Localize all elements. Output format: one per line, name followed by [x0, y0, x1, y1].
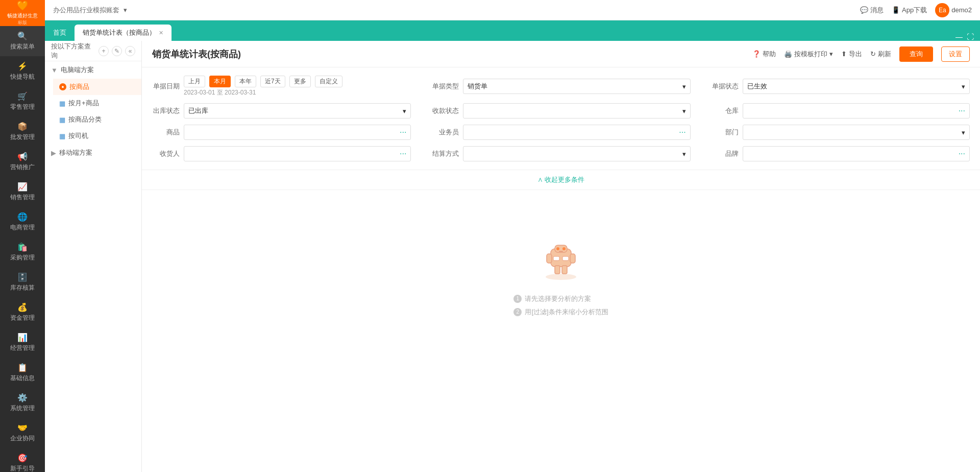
goods-dots[interactable]: ···	[400, 128, 406, 137]
right-panel: 销货单统计表(按商品) ❓ 帮助 🖨️ 按模板打印 ▾ ⬆	[142, 41, 980, 472]
collapse-more-btn[interactable]: ∧ 收起更多条件	[142, 170, 980, 190]
sidebar-item-label: 库存核算	[10, 284, 35, 292]
print-btn[interactable]: 🖨️ 按模板打印 ▾	[784, 50, 833, 59]
tabbar-actions: — ⛶	[955, 33, 980, 41]
sidebar-item-purchase[interactable]: 🛍️ 采购管理	[0, 237, 45, 267]
goods-select[interactable]: ···	[184, 125, 411, 140]
scheme-by-cashier[interactable]: ▦ 按司机	[53, 128, 141, 144]
add-scheme-btn[interactable]: +	[99, 46, 109, 56]
warehouse-status-select[interactable]: 已出库 ▾	[184, 103, 411, 119]
warehouse-select[interactable]: ···	[743, 103, 970, 119]
message-btn[interactable]: 💬 消息	[860, 6, 884, 15]
sidebar-item-newbie[interactable]: 🎯 新手引导	[0, 448, 45, 472]
tip1-num: 1	[513, 295, 522, 303]
department-dropdown-icon: ▾	[962, 129, 965, 136]
date-last7-btn[interactable]: 近7天	[260, 76, 285, 87]
doc-status-value: 已生效	[747, 82, 767, 91]
maximize-icon[interactable]: ⛶	[967, 33, 974, 41]
finance-icon: 💰	[17, 302, 28, 312]
sidebar-item-operation[interactable]: 📊 经营管理	[0, 327, 45, 358]
sidebar-item-enterprise[interactable]: 🤝 企业协同	[0, 418, 45, 448]
minimize-icon[interactable]: —	[955, 33, 963, 41]
query-button[interactable]: 查询	[899, 46, 933, 62]
tab-sales-stat[interactable]: 销货单统计表（按商品） ✕	[75, 25, 172, 41]
brand-select[interactable]: ···	[743, 146, 970, 161]
warehouse-label: 仓库	[711, 106, 739, 115]
export-btn[interactable]: ⬆ 导出	[841, 50, 862, 59]
date-cur-year-btn[interactable]: 本年	[235, 76, 256, 87]
goods-label: 商品	[152, 128, 180, 137]
sidebar-item-search[interactable]: 🔍 搜索菜单	[0, 26, 45, 56]
tree-item-mobile[interactable]: ▶ 移动端方案	[45, 144, 141, 161]
scheme-by-cashier-label: 按司机	[68, 131, 88, 140]
salesperson-dots[interactable]: ···	[679, 128, 685, 137]
tree-item-pc[interactable]: ▼ 电脑端方案	[45, 61, 141, 79]
avatar-initials: Ea	[939, 7, 946, 14]
sidebar-item-label: 基础信息	[10, 374, 35, 383]
sidebar-item-finance[interactable]: 💰 资金管理	[0, 297, 45, 327]
scheme-icon2: ▦	[59, 116, 65, 124]
department-select[interactable]: ▾	[743, 125, 970, 140]
enterprise-icon: 🤝	[17, 423, 28, 433]
empty-state: 1 请先选择要分析的方案 2 用[过滤]条件来缩小分析范围	[142, 190, 980, 360]
recipient-dots[interactable]: ···	[400, 149, 406, 158]
sidebar-item-system[interactable]: ⚙️ 系统管理	[0, 388, 45, 418]
date-custom-btn[interactable]: 自定义	[315, 76, 342, 87]
filter-row-2: 出库状态 已出库 ▾ 收款状态 ▾	[152, 103, 970, 119]
salesperson-select[interactable]: ···	[463, 125, 690, 140]
message-label: 消息	[870, 6, 884, 15]
date-prev-month-btn[interactable]: 上月	[184, 76, 205, 87]
date-cur-month-btn[interactable]: 本月	[209, 76, 231, 87]
scheme-by-month-goods[interactable]: ▦ 按月+商品	[53, 95, 141, 111]
refresh-btn[interactable]: ↻ 刷新	[870, 50, 891, 59]
sidebar-item-retail[interactable]: 🛒 零售管理	[0, 86, 45, 116]
scheme-by-goods[interactable]: ● 按商品	[53, 79, 141, 95]
user-profile-btn[interactable]: Ea demo2	[935, 3, 972, 17]
doc-type-select[interactable]: 销货单 ▾	[463, 79, 690, 94]
doc-type-dropdown-icon: ▾	[682, 83, 686, 90]
doc-status-select[interactable]: 已生效 ▾	[743, 79, 970, 94]
sidebar-item-inventory[interactable]: 🗄️ 库存核算	[0, 267, 45, 297]
date-more-btn[interactable]: 更多	[289, 76, 311, 87]
sidebar-item-marketing[interactable]: 📢 营销推广	[0, 147, 45, 177]
scheme-by-goods-label: 按商品	[69, 82, 89, 91]
date-buttons: 上月 本月 本年 近7天 更多 自定义	[184, 76, 411, 87]
doc-status-dropdown-icon: ▾	[962, 83, 965, 90]
settings-button[interactable]: 设置	[941, 46, 970, 62]
filter-row-3: 商品 ··· 业务员 ···	[152, 125, 970, 140]
download-icon: 📱	[892, 6, 900, 14]
main-area: 办公用品行业模拟账套 ▾ 💬 消息 📱 App下载 Ea demo2 首页	[45, 0, 980, 472]
svg-rect-9	[562, 266, 567, 274]
settlement-select[interactable]: ▾	[463, 146, 690, 161]
tree-arrow-icon2: ▶	[51, 149, 56, 157]
warehouse-dots[interactable]: ···	[959, 106, 965, 115]
avatar: Ea	[935, 3, 949, 17]
sidebar-item-ecommerce[interactable]: 🌐 电商管理	[0, 207, 45, 237]
recipient-select[interactable]: ···	[184, 146, 411, 161]
scheme-by-goods-category[interactable]: ▦ 按商品分类	[53, 111, 141, 128]
add-icon: +	[102, 48, 105, 55]
help-btn[interactable]: ❓ 帮助	[752, 50, 776, 59]
refresh-label: 刷新	[878, 50, 891, 59]
warehouse-status-value: 已出库	[188, 106, 208, 115]
filter-goods-field: 商品 ···	[152, 125, 411, 140]
sidebar-item-label: 资金管理	[10, 314, 35, 322]
scheme-header-label: 按以下方案查询	[51, 42, 94, 60]
page-header: 销货单统计表(按商品) ❓ 帮助 🖨️ 按模板打印 ▾ ⬆	[142, 41, 980, 67]
sidebar-item-basic[interactable]: 📋 基础信息	[0, 358, 45, 388]
brand-dots[interactable]: ···	[959, 149, 965, 158]
sidebar-item-label: 搜索菜单	[10, 42, 35, 51]
sidebar-item-quick-nav[interactable]: ⚡ 快捷导航	[0, 56, 45, 86]
app-download-btn[interactable]: 📱 App下载	[892, 6, 927, 15]
collapse-panel-btn[interactable]: «	[125, 46, 135, 56]
collapse-label: ∧ 收起更多条件	[537, 176, 585, 183]
tab-home[interactable]: 首页	[45, 25, 75, 41]
tip2-num: 2	[513, 308, 522, 316]
sidebar-item-sales[interactable]: 📈 销售管理	[0, 177, 45, 207]
dropdown-icon[interactable]: ▾	[124, 6, 127, 14]
edit-scheme-btn[interactable]: ✎	[112, 46, 122, 56]
tab-close-icon[interactable]: ✕	[159, 30, 163, 36]
payment-status-select[interactable]: ▾	[463, 103, 690, 119]
sidebar-item-wholesale[interactable]: 📦 批发管理	[0, 116, 45, 147]
app-download-label: App下载	[902, 6, 927, 15]
